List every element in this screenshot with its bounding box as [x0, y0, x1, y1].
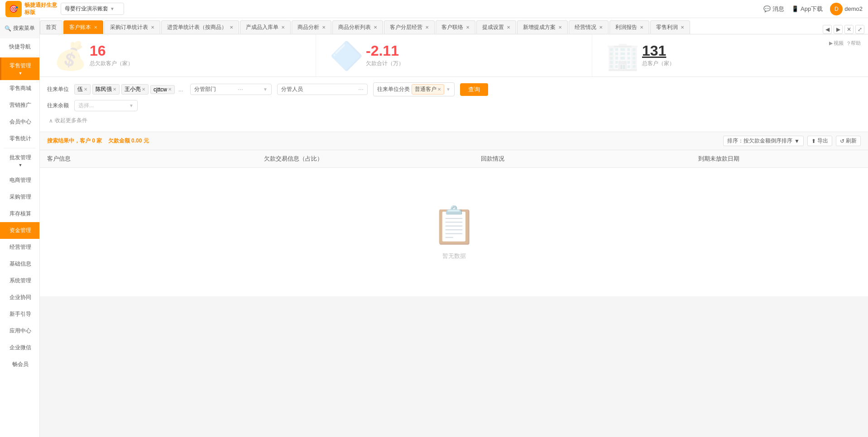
- remove-tag-wu[interactable]: ✕: [84, 87, 87, 92]
- sidebar: 🔍 搜索菜单 快捷导航 零售管理 ▼ 零售商城 营销推广 会员中心 零售统计 批…: [0, 18, 40, 437]
- close-icon[interactable]: ✕: [151, 25, 154, 30]
- empty-icon: 📋: [432, 204, 477, 247]
- stat-card-customers: 💰 16 总欠款客户（家）: [40, 34, 316, 76]
- tab-controls: ◀ ▶ ✕ ⤢: [819, 25, 868, 34]
- results-summary: 搜索结果中，客户 0 家 欠款金额 0.00 元: [47, 137, 149, 145]
- more-tags-button[interactable]: ...: [177, 86, 185, 94]
- sidebar-item-retail-mall[interactable]: 零售商城: [0, 80, 39, 97]
- tab-business[interactable]: 经营情况 ✕: [569, 20, 609, 34]
- filter-tag-cjttcw[interactable]: cjttcw ✕: [150, 85, 175, 94]
- tab-goods-stats[interactable]: 进货单统计表（按商品） ✕: [161, 20, 239, 34]
- remove-tag-category[interactable]: ✕: [437, 87, 441, 92]
- close-icon[interactable]: ✕: [425, 25, 429, 30]
- video-button[interactable]: ▶ 视频: [829, 40, 844, 47]
- sidebar-item-marketing[interactable]: 营销推广: [0, 97, 39, 114]
- filter-manager[interactable]: 分管人员 ⋯: [277, 84, 368, 95]
- close-icon[interactable]: ✕: [507, 25, 510, 30]
- chevron-down-icon: ▼: [263, 87, 268, 92]
- sidebar-item-wholesale[interactable]: 批发管理 ▼: [0, 149, 39, 172]
- stat-bg-icon-3: 🏢: [606, 39, 640, 71]
- user-profile[interactable]: D demo2: [830, 3, 863, 15]
- tab-prev-button[interactable]: ◀: [823, 25, 832, 34]
- refresh-icon: ↺: [840, 138, 844, 144]
- tab-home[interactable]: 首页: [40, 20, 62, 34]
- refresh-button[interactable]: ↺ 刷新: [836, 136, 861, 146]
- close-icon[interactable]: ✕: [322, 25, 326, 30]
- sidebar-item-guide[interactable]: 新手引导: [0, 306, 39, 323]
- tab-product-analysis[interactable]: 商品分析 ✕: [292, 20, 331, 34]
- sidebar-item-purchase[interactable]: 采购管理: [0, 189, 39, 205]
- tab-customer-tier[interactable]: 客户分层经营 ✕: [384, 20, 435, 34]
- sidebar-item-operation[interactable]: 经营管理: [0, 239, 39, 256]
- tab-add-commission[interactable]: 新增提成方案 ✕: [517, 20, 568, 34]
- stats-row: 💰 16 总欠款客户（家） 🔷 -2.11 欠款合计（万） 🏢: [40, 34, 868, 77]
- tab-close-all-button[interactable]: ✕: [844, 25, 854, 34]
- sidebar-item-vip[interactable]: 畅会员: [0, 356, 39, 373]
- close-icon[interactable]: ✕: [230, 25, 233, 30]
- stat-number-total: 131: [642, 43, 675, 58]
- close-icon[interactable]: ✕: [558, 25, 562, 30]
- export-button[interactable]: ⬆ 导出: [807, 136, 832, 146]
- close-icon[interactable]: ✕: [640, 25, 643, 30]
- chevron-down-icon: ▼: [110, 6, 115, 11]
- filter-balance-select[interactable]: 选择... ▼: [74, 100, 138, 111]
- filter-department[interactable]: 分管部门 ⋯ ▼: [190, 84, 272, 95]
- company-selector[interactable]: 母婴行业演示账套 ▼: [61, 3, 124, 15]
- sidebar-item-enterprise[interactable]: 企业协同: [0, 289, 39, 306]
- sidebar-item-retail-stats[interactable]: 零售统计: [0, 130, 39, 147]
- tab-retail-profit[interactable]: 零售利润 ✕: [650, 20, 690, 34]
- chevron-down-icon-5: ▼: [794, 138, 800, 144]
- stat-number-customers: 16: [90, 43, 133, 58]
- search-menu-button[interactable]: 🔍 搜索菜单: [4, 22, 36, 35]
- close-icon[interactable]: ✕: [374, 25, 377, 30]
- remove-tag-chen[interactable]: ✕: [113, 87, 116, 92]
- filter-tag-chen[interactable]: 陈民强 ✕: [92, 84, 120, 95]
- tab-production[interactable]: 产成品入库单 ✕: [240, 20, 291, 34]
- query-button[interactable]: 查询: [460, 83, 488, 96]
- sidebar-item-finance[interactable]: 资金管理: [0, 222, 39, 239]
- sidebar-item-app[interactable]: 应用中心: [0, 323, 39, 339]
- sidebar-item-ecommerce[interactable]: 电商管理: [0, 172, 39, 189]
- top-bar: 🎯 畅捷通好生意 标版 母婴行业演示账套 ▼ 💬 消息 📱 App下载 D de…: [0, 0, 868, 18]
- remove-tag-wang[interactable]: ✕: [142, 87, 145, 92]
- remove-tag-cjttcw[interactable]: ✕: [168, 87, 172, 92]
- content-area: 💰 16 总欠款客户（家） 🔷 -2.11 欠款合计（万） 🏢: [40, 34, 868, 437]
- tab-purchase-order[interactable]: 采购订单统计表 ✕: [104, 20, 160, 34]
- sort-selector[interactable]: 排序：按欠款金额倒序排序 ▼: [723, 136, 804, 146]
- filter-tag-wang[interactable]: 王小亮 ✕: [121, 84, 149, 95]
- close-icon[interactable]: ✕: [599, 25, 603, 30]
- tab-next-button[interactable]: ▶: [834, 25, 843, 34]
- filter-tag-wu[interactable]: 伍 ✕: [74, 84, 91, 95]
- sidebar-item-wechat[interactable]: 企业微信: [0, 339, 39, 356]
- filter-tag-category[interactable]: 普通客户 ✕: [412, 84, 444, 95]
- tab-commission-settings[interactable]: 提成设置 ✕: [476, 20, 516, 34]
- sort-label: 排序：按欠款金额倒序排序: [727, 137, 792, 145]
- top-right: 💬 消息 📱 App下载 D demo2: [763, 3, 863, 15]
- message-icon: 💬: [763, 5, 771, 12]
- search-icon: 🔍: [5, 25, 11, 32]
- close-icon[interactable]: ✕: [94, 25, 97, 30]
- help-button[interactable]: ? 帮助: [847, 40, 861, 47]
- tab-profit-report[interactable]: 利润报告 ✕: [609, 20, 649, 34]
- table-col-customer: 客户信息: [47, 155, 264, 163]
- stat-info-customers: 16 总欠款客户（家）: [90, 43, 133, 67]
- message-button[interactable]: 💬 消息: [763, 5, 784, 13]
- filter-area: 往来单位 伍 ✕ 陈民强 ✕ 王小亮 ✕: [40, 77, 868, 132]
- stat-card-total: 🏢 131 总客户（家） ▶ 视频 ? 帮助: [592, 34, 868, 76]
- sidebar-item-basic[interactable]: 基础信息: [0, 256, 39, 272]
- app-download-button[interactable]: 📱 App下载: [791, 5, 823, 13]
- tab-customer-ledger[interactable]: 客户账本 ✕: [63, 20, 103, 34]
- tab-product-analysis-list[interactable]: 商品分析列表 ✕: [332, 20, 383, 34]
- close-icon[interactable]: ✕: [681, 25, 684, 30]
- collapse-button[interactable]: ∧ 收起更多条件: [47, 115, 861, 126]
- sidebar-item-inventory[interactable]: 库存核算: [0, 205, 39, 222]
- tab-customer-contact[interactable]: 客户联络 ✕: [436, 20, 475, 34]
- sidebar-item-quick-nav[interactable]: 快捷导航: [0, 38, 39, 55]
- close-icon[interactable]: ✕: [466, 25, 470, 30]
- sidebar-item-system[interactable]: 系统管理: [0, 272, 39, 289]
- filter-category[interactable]: 往来单位分类 普通客户 ✕ ▼: [373, 82, 455, 96]
- sidebar-item-retail[interactable]: 零售管理 ▼: [0, 57, 39, 80]
- sidebar-item-member[interactable]: 会员中心: [0, 114, 39, 130]
- tab-expand-button[interactable]: ⤢: [855, 25, 864, 34]
- close-icon[interactable]: ✕: [281, 25, 285, 30]
